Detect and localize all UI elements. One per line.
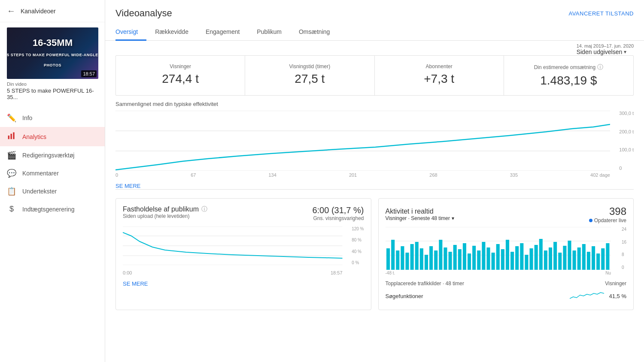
retention-value: 6:00 (31,7 %) xyxy=(312,205,364,215)
retention-y-80: 80 % xyxy=(352,238,364,242)
advanced-mode-button[interactable]: AVANCERET TILSTAND xyxy=(568,10,634,17)
retention-panel-header: Fastholdelse af publikum ⓘ Siden upload … xyxy=(123,205,364,221)
nav-label-comments: Kommentarer xyxy=(22,170,59,177)
bar-x-start: -48 t. xyxy=(386,271,395,275)
retention-panel: Fastholdelse af publikum ⓘ Siden upload … xyxy=(115,198,371,310)
svg-rect-22 xyxy=(415,242,418,270)
stat-label-abonnenter: Abonnenter xyxy=(383,63,495,69)
video-thumbnail[interactable]: 16-35MM5 STEPS TO MAKE POWERFUL WIDE-ANG… xyxy=(7,27,98,79)
sidebar-item-analytics[interactable]: Analytics xyxy=(0,127,105,146)
sidebar-title: Kanalvideoer xyxy=(21,8,56,15)
x-label-268: 268 xyxy=(429,172,437,178)
video-name: 5 STEPS to make POWERFUL 16-35... xyxy=(7,87,98,100)
chart-y-label-200: 200,0 t xyxy=(619,129,634,134)
stat-label-visninger: Visninger xyxy=(125,63,236,69)
svg-rect-30 xyxy=(453,245,456,270)
bar-chart-x-labels: -48 t. Nu xyxy=(386,271,611,275)
svg-rect-0 xyxy=(8,136,9,139)
bottom-panels: Fastholdelse af publikum ⓘ Siden upload … xyxy=(105,191,644,317)
bar-x-end: Nu xyxy=(605,271,611,275)
svg-rect-47 xyxy=(534,245,538,270)
traffic-header-views: Visninger xyxy=(605,281,626,287)
realtime-dropdown[interactable]: Visninger · Seneste 48 timer ▾ xyxy=(386,215,455,221)
comparison-text: Sammenlignet med din typiske effektivite… xyxy=(115,101,634,107)
traffic-header-label: Topplacerede trafikkilder · 48 timer xyxy=(386,281,464,287)
traffic-pct-soegefunktioner: 41,5 % xyxy=(609,293,626,299)
svg-rect-37 xyxy=(486,247,490,270)
see-more-button[interactable]: SE MERE xyxy=(115,183,141,189)
retention-x-labels: 0:00 18:57 xyxy=(123,270,343,275)
subtitles-icon: 📋 xyxy=(7,187,16,196)
svg-rect-18 xyxy=(396,250,399,270)
svg-rect-54 xyxy=(568,241,571,270)
stat-value-visningstid: 27,5 t xyxy=(254,72,365,86)
nav-label-info: Info xyxy=(22,115,32,121)
date-select[interactable]: Siden udgivelsen ▾ xyxy=(577,48,634,55)
nav-label-editor: Redigeringsværktøj xyxy=(22,152,74,159)
stat-cell-abonnenter: Abonnenter +7,3 t xyxy=(375,56,504,95)
retention-see-more-button[interactable]: SE MERE xyxy=(123,281,148,287)
svg-rect-43 xyxy=(515,246,519,270)
svg-rect-31 xyxy=(458,249,461,270)
svg-rect-50 xyxy=(548,247,552,270)
page-title: Videoanalyse xyxy=(115,8,172,19)
retention-info-icon[interactable]: ⓘ xyxy=(201,205,207,213)
svg-rect-27 xyxy=(439,240,442,270)
svg-rect-44 xyxy=(520,243,523,270)
analytics-icon xyxy=(7,131,16,142)
realtime-bar-chart xyxy=(386,227,611,270)
tab-engagement[interactable]: Engagement xyxy=(197,24,248,41)
chart-y-label-0: 0 xyxy=(619,166,634,171)
page-header: Videoanalyse AVANCERET TILSTAND xyxy=(105,0,644,19)
svg-rect-59 xyxy=(592,246,595,270)
svg-rect-34 xyxy=(472,246,476,270)
x-label-134: 134 xyxy=(268,172,276,178)
svg-rect-40 xyxy=(501,249,504,270)
retention-avg-label: Gns. visningsvarighed xyxy=(312,215,364,221)
tab-bar: Oversigt Rækkevidde Engagement Publikum … xyxy=(105,24,644,41)
live-indicator-dot xyxy=(589,219,592,222)
svg-rect-39 xyxy=(496,244,499,270)
realtime-views-label: Visninger · Seneste 48 timer xyxy=(386,215,450,221)
svg-rect-62 xyxy=(606,243,609,270)
sidebar-item-editor[interactable]: 🎬 Redigeringsværktøj xyxy=(0,146,105,164)
retention-y-120: 120 % xyxy=(352,226,364,231)
svg-rect-36 xyxy=(482,242,485,270)
main-content: Videoanalyse AVANCERET TILSTAND Oversigt… xyxy=(105,0,644,362)
date-range-label: 14. maj 2019–17. jun. 2020 xyxy=(577,43,634,48)
tab-raekkevidde[interactable]: Rækkevidde xyxy=(146,24,197,41)
svg-rect-41 xyxy=(505,240,509,270)
realtime-count: 398 xyxy=(589,205,626,217)
sidebar-item-comments[interactable]: 💬 Kommentarer xyxy=(0,164,105,182)
tab-omsaetning[interactable]: Omsætning xyxy=(290,24,338,41)
bar-y-24: 24 xyxy=(622,227,626,232)
svg-rect-19 xyxy=(401,246,404,270)
svg-rect-46 xyxy=(529,248,533,270)
svg-rect-32 xyxy=(462,243,466,270)
traffic-sparkline xyxy=(570,291,604,301)
date-row: 14. maj 2019–17. jun. 2020 Siden udgivel… xyxy=(105,41,644,55)
traffic-name-soegefunktioner: Søgefunktioner xyxy=(386,293,423,299)
traffic-section: Topplacerede trafikkilder · 48 timer Vis… xyxy=(386,281,627,303)
nav-label-analytics: Analytics xyxy=(22,133,46,140)
stat-cell-visningstid: Visningstid (timer) 27,5 t xyxy=(245,56,374,95)
tab-oversigt[interactable]: Oversigt xyxy=(115,24,146,41)
info-icon-omsaetning[interactable]: ⓘ xyxy=(597,63,603,71)
sidebar-item-monetization[interactable]: $ Indtægtsgenerering xyxy=(0,200,105,218)
svg-rect-1 xyxy=(11,134,12,139)
svg-rect-60 xyxy=(596,253,600,270)
back-button[interactable]: ← xyxy=(7,6,15,16)
stat-cell-omsaetning: Din estimerede omsætning ⓘ 1.483,19 $ xyxy=(504,56,633,95)
sidebar-item-subtitles[interactable]: 📋 Undertekster xyxy=(0,182,105,200)
realtime-panel: Aktivitet i realtid Visninger · Seneste … xyxy=(378,198,634,310)
svg-rect-20 xyxy=(405,253,409,270)
chart-x-labels: 0 67 134 201 268 335 402 dage xyxy=(115,171,610,178)
comments-icon: 💬 xyxy=(7,169,16,178)
sidebar-item-info[interactable]: ✏️ Info xyxy=(0,109,105,127)
stat-cell-visninger: Visninger 274,4 t xyxy=(116,56,245,95)
tab-publikum[interactable]: Publikum xyxy=(248,24,290,41)
date-period: Siden udgivelsen xyxy=(577,48,623,55)
chart-y-label-300: 300,0 t xyxy=(619,111,634,116)
video-card: 16-35MM5 STEPS TO MAKE POWERFUL WIDE-ANG… xyxy=(0,22,105,106)
monetization-icon: $ xyxy=(7,205,16,214)
